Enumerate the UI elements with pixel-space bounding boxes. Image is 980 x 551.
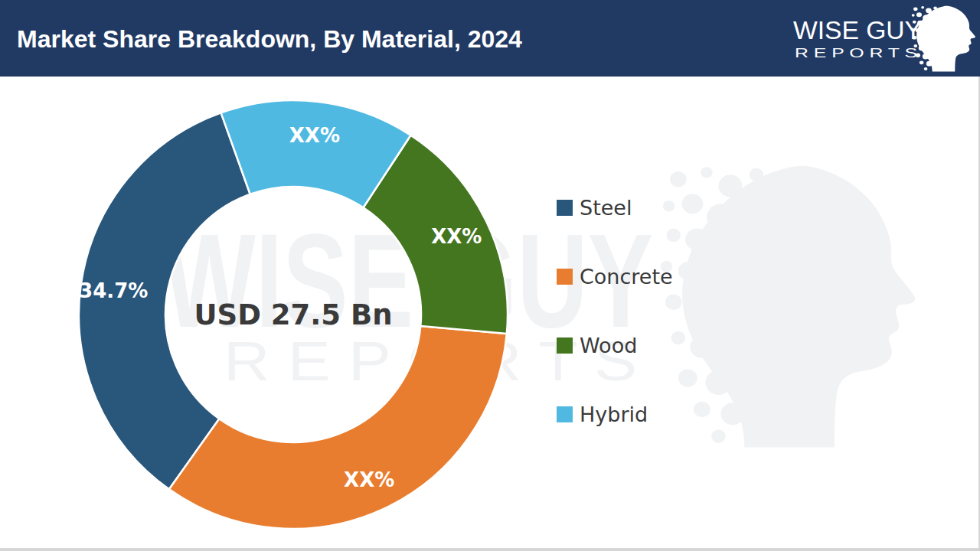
donut-chart: 34.7%XX%XX%XX%USD 27.5 Bn: [0, 0, 980, 551]
center-value: USD 27.5 Bn: [194, 298, 393, 331]
legend-item-steel: Steel: [557, 194, 673, 220]
report-canvas: Market Share Breakdown, By Material, 202…: [0, 0, 980, 551]
legend-label: Concrete: [580, 265, 673, 289]
legend-swatch-hybrid: [557, 406, 573, 422]
legend-swatch-wood: [557, 337, 573, 354]
logo-wordmark: WISE GUY: [793, 15, 922, 44]
legend-label: Wood: [580, 334, 637, 357]
slice-percent-label-concrete: XX%: [344, 468, 394, 491]
slice-percent-label-steel: 34.7%: [79, 279, 148, 302]
legend-swatch-concrete: [557, 269, 573, 285]
legend-label: Hybrid: [580, 403, 648, 426]
slice-percent-label-wood: XX%: [431, 225, 482, 248]
bottom-border: [0, 548, 980, 551]
page-title: Market Share Breakdown, By Material, 202…: [17, 0, 522, 77]
legend: SteelConcreteWoodHybrid: [557, 194, 673, 470]
legend-item-concrete: Concrete: [557, 263, 673, 289]
header: Market Share Breakdown, By Material, 202…: [0, 0, 980, 77]
wiseguy-logo: WISE GUY R E P O R T S: [793, 2, 977, 73]
legend-item-hybrid: Hybrid: [557, 401, 673, 427]
logo-subtitle: R E P O R T S: [795, 47, 917, 60]
legend-item-wood: Wood: [557, 332, 673, 358]
donut-slice-concrete: [169, 326, 507, 529]
slice-percent-label-hybrid: XX%: [289, 124, 340, 147]
legend-label: Steel: [580, 196, 632, 220]
logo-face-icon: [911, 6, 975, 72]
legend-swatch-steel: [557, 200, 573, 216]
